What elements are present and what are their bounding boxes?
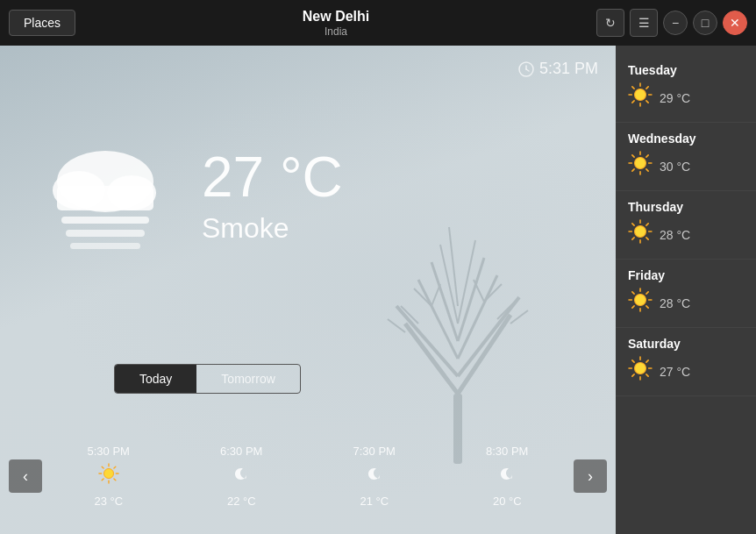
svg-line-52 [646,169,648,171]
city-title: New Delhi [75,8,596,25]
today-button[interactable]: Today [115,365,196,393]
forecast-day-item: Wednesday 30 °C [616,123,756,191]
clock-icon [518,61,534,77]
svg-line-47 [632,87,634,89]
hourly-time: 8:30 PM [486,445,528,458]
weather-icon-large [26,133,184,260]
forecast-temperature: 28 °C [660,228,690,242]
svg-line-22 [526,69,529,71]
places-button[interactable]: Places [9,10,75,36]
svg-point-48 [635,158,646,169]
svg-line-77 [646,360,648,362]
temperature-display: 27 °C [202,149,343,205]
svg-rect-27 [61,217,149,224]
weather-info: 27 °C Smoke [26,133,343,260]
svg-line-32 [114,466,116,468]
close-button[interactable]: ✕ [723,11,747,35]
svg-line-36 [102,479,103,481]
tree-background-svg [370,218,546,464]
svg-line-81 [632,374,634,376]
forecast-temperature: 28 °C [660,296,690,310]
hourly-temperature: 23 °C [94,495,123,508]
svg-rect-26 [57,186,153,210]
hourly-weather-icon [98,463,119,489]
svg-rect-29 [70,243,140,249]
hourly-temperature: 20 °C [493,495,522,508]
hourly-strip: ‹ 5:30 PM 23 °C 6:30 PM 22 °C 7:30 PM 21… [0,445,616,508]
weather-panel: 5:31 PM 27 °C Smoke [0,46,616,534]
hourly-prev-button[interactable]: ‹ [9,459,42,493]
svg-line-13 [431,284,440,306]
svg-line-61 [646,238,648,239]
forecast-day-item: Saturday 27 °C [616,328,756,396]
forecast-weather-icon [628,288,653,318]
refresh-button[interactable]: ↻ [596,9,624,37]
svg-line-2 [458,315,510,394]
time-display: 5:31 PM [518,60,598,78]
hourly-weather-icon [364,463,385,489]
svg-point-30 [103,468,113,478]
svg-line-18 [388,319,405,332]
forecast-temperature: 27 °C [660,365,690,379]
forecast-day-name: Friday [628,268,744,282]
minimize-button[interactable]: − [663,11,688,35]
forecast-day-row: 28 °C [628,219,744,250]
menu-button[interactable]: ☰ [630,9,658,37]
forecast-day-item: Thursday 28 °C [616,191,756,260]
svg-line-11 [449,227,458,306]
titlebar: Places New Delhi India ↻ ☰ − □ ✕ [0,0,756,46]
forecast-day-row: 29 °C [628,82,744,113]
svg-line-70 [646,306,648,308]
forecast-weather-icon [628,151,653,182]
hourly-temperature: 21 °C [360,495,389,508]
svg-line-1 [405,324,458,394]
hourly-time: 7:30 PM [353,445,396,458]
hourly-item: 8:30 PM 20 °C [486,445,528,508]
svg-line-65 [632,224,634,225]
condition-display: Smoke [202,212,343,245]
hourly-item: 6:30 PM 22 °C [220,445,262,508]
maximize-button[interactable]: □ [693,11,717,35]
tomorrow-button[interactable]: Tomorrow [196,365,299,393]
day-toggle: Today Tomorrow [114,364,301,394]
svg-point-66 [635,295,646,306]
forecast-day-row: 27 °C [628,356,744,387]
forecast-day-item: Tuesday 29 °C [616,54,756,123]
forecast-temperature: 29 °C [660,91,690,105]
forecast-temperature: 30 °C [660,160,690,174]
main-area: 5:31 PM 27 °C Smoke [0,46,756,534]
svg-line-34 [114,479,116,481]
hourly-time: 5:30 PM [88,445,130,458]
svg-line-41 [646,87,648,89]
forecast-weather-icon [628,219,653,250]
hourly-weather-icon [496,463,517,489]
current-time: 5:31 PM [539,60,598,78]
forecast-sidebar: Tuesday 29 °C Wednesday 30 °C Thursday 2… [616,46,756,534]
hourly-item: 5:30 PM 23 °C [88,445,130,508]
hourly-items: 5:30 PM 23 °C 6:30 PM 22 °C 7:30 PM 21 °… [42,445,574,508]
svg-line-68 [646,292,648,294]
svg-line-38 [102,466,103,468]
hourly-item: 7:30 PM 21 °C [353,445,396,508]
svg-rect-28 [66,230,145,237]
svg-line-74 [632,292,634,294]
forecast-day-row: 30 °C [628,151,744,182]
svg-point-39 [635,89,646,101]
forecast-day-row: 28 °C [628,288,744,318]
weather-temp-block: 27 °C Smoke [202,149,343,245]
svg-line-59 [646,224,648,225]
forecast-day-item: Friday 28 °C [616,260,756,328]
forecast-day-name: Wednesday [628,132,744,146]
svg-line-56 [632,155,634,157]
svg-line-72 [632,306,634,308]
svg-point-75 [635,363,646,374]
svg-point-57 [635,226,646,238]
hourly-next-button[interactable]: › [574,459,607,493]
forecast-day-name: Thursday [628,200,744,214]
titlebar-center: New Delhi India [75,8,596,37]
svg-line-19 [510,310,528,324]
svg-line-45 [632,101,634,103]
forecast-weather-icon [628,82,653,113]
forecast-day-name: Tuesday [628,63,744,77]
hourly-weather-icon [231,463,252,489]
